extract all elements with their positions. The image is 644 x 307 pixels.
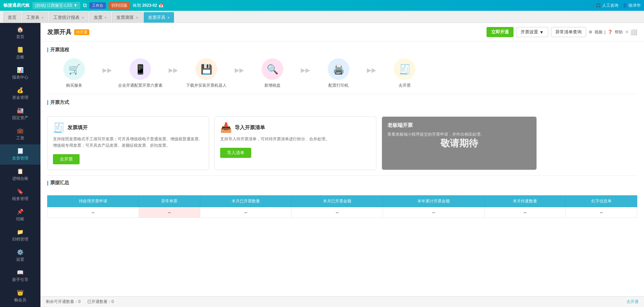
step-download-icon: 💾	[201, 64, 212, 75]
col-yearly-amount: 本年累计开票金额	[383, 196, 485, 207]
main-layout: 🏠 首页 📒 总账 📊 报表中心 💰 资金管理 🏭 固定资产 💼 工资 🧾 发票…	[0, 23, 644, 307]
close-invoice-issue-tab[interactable]: ×	[168, 16, 170, 20]
process-section: 开票流程 🛒 购买服务 ▶▶ 📱 企业开通配置开票六要素 ▶▶	[40, 41, 644, 94]
step-buy-icon: 🛒	[68, 64, 80, 75]
assets-icon: 🏭	[17, 107, 24, 114]
restore-window-icon[interactable]: ⬜	[631, 29, 637, 35]
val-monthly-amount: --	[291, 207, 383, 218]
sidebar-item-archive[interactable]: 📁 归档管理	[0, 225, 40, 246]
remaining-label: 剩余可开通数量：0	[46, 299, 81, 305]
tab-invoice-issue[interactable]: 发票开具 ×	[144, 12, 174, 23]
avatar-icon: 👤	[622, 3, 627, 8]
sidebar-item-invoice-mgmt[interactable]: 🧾 发票管理	[0, 144, 40, 165]
summary-header-row: 待处理开票申请 异常单票 本月已开票数量 本月已开票金额 本年累计开票金额 本月…	[48, 196, 637, 207]
immediate-open-button[interactable]: 立即开通	[487, 27, 514, 37]
consult-button[interactable]: 🎧 人工咨询	[596, 3, 618, 8]
step-open-invoice: 🧾 去开票	[378, 58, 432, 88]
method-section: 开票方式	[40, 94, 644, 116]
go-settings-link[interactable]: 去开通	[626, 299, 639, 305]
window-controls: × ⬜	[625, 29, 637, 35]
close-salary-tab[interactable]: ×	[41, 16, 43, 20]
close-invoice-calc-tab[interactable]: ×	[136, 16, 138, 20]
sidebar-item-settle[interactable]: 📌 结账	[0, 205, 40, 225]
val-pending: --	[48, 207, 139, 218]
invoice-methods: 🧾 发票填开 支持按照发票格式手工填写开发票；可开具增值税电子普通发票、增值税普…	[40, 116, 644, 175]
page-header: 发票开具 待开通 立即开通 开票设置 ▼ 异常清单查询 ⚙ 视频 | ❓ 帮助	[40, 23, 644, 41]
close-window-icon[interactable]: ×	[625, 29, 628, 35]
process-section-title: 开票流程	[47, 47, 637, 53]
manual-fill-icon: 🧾	[53, 122, 65, 133]
manual-fill-desc: 支持按照发票格式手工填写开发票；可开具增值税电子普通发票、增值税普通发票、增值税…	[53, 136, 203, 149]
step-arrow-4: ▶▶	[299, 66, 312, 74]
val-red-info: --	[566, 207, 637, 218]
sidebar-item-guide[interactable]: 📖 新手引导	[0, 266, 40, 286]
help-icon: ❓	[608, 30, 613, 34]
close-salary-report-tab[interactable]: ×	[82, 16, 84, 20]
sidebar-item-reports[interactable]: 📊 报表中心	[0, 63, 40, 84]
step-arrow-3: ▶▶	[233, 66, 245, 74]
sidebar-item-member[interactable]: 👑 畅会员	[0, 286, 40, 306]
step-arrow-2: ▶▶	[167, 66, 179, 74]
step-taxdisk-icon: 🔍	[267, 64, 279, 75]
opened-label: 已开通数量：0	[87, 299, 114, 305]
period-area: 账期 2023-02 📅	[133, 3, 164, 8]
abnormal-query-button[interactable]: 异常清单查询	[551, 27, 586, 37]
tab-salary-report[interactable]: 工资统计报表 ×	[49, 12, 88, 23]
sidebar-item-tax[interactable]: 🔖 税务管理	[0, 185, 40, 205]
bottom-bar: 剩余可开通数量：0 已开通数量：0 去开通	[40, 296, 644, 307]
page-title-area: 发票开具 待开通	[47, 28, 89, 36]
settle-icon: 📌	[17, 208, 24, 215]
calendar-icon[interactable]: 📅	[158, 3, 164, 8]
workbench-button[interactable]: 工作台	[89, 2, 106, 9]
user-avatar[interactable]: 👤 徐泽华	[622, 3, 641, 8]
nav-tabs: 首页 工资表 × 工资统计报表 × 发票 × 发票测算 × 发票开具 ×	[0, 11, 644, 23]
step-open-icon: 🧾	[399, 64, 411, 75]
coming-soon-label: 敬请期待	[440, 137, 478, 150]
tab-invoice[interactable]: 发票 ×	[89, 12, 111, 23]
switch-old-button[interactable]: 切到旧版	[109, 2, 130, 9]
manual-fill-button[interactable]: 去开票	[53, 154, 80, 164]
col-pending: 待处理开票申请	[48, 196, 139, 207]
member-icon: 👑	[17, 289, 24, 296]
top-bar: 畅捷通易代账 (勿动) 江西服宝-LSS ▼ ⧉ 工作台 切到旧版 账期 202…	[0, 0, 644, 11]
step-buy-label: 购买服务	[66, 83, 82, 88]
sidebar-item-settings[interactable]: ⚙️ 设置	[0, 246, 40, 266]
sidebar-item-payroll[interactable]: 💼 工资	[0, 124, 40, 144]
company-selector[interactable]: (勿动) 江西服宝-LSS ▼	[32, 2, 80, 9]
step-taxdisk-icon-wrap: 🔍	[262, 58, 283, 80]
top-bar-left: 畅捷通易代账 (勿动) 江西服宝-LSS ▼ ⧉ 工作台 切到旧版 账期 202…	[3, 2, 164, 9]
col-abnormal: 异常单票	[139, 196, 200, 207]
sidebar-item-ledger[interactable]: 📒 总账	[0, 43, 40, 63]
chevron-down-icon: ▼	[539, 30, 544, 35]
summary-title: 票据汇总	[47, 176, 637, 190]
val-abnormal: --	[139, 207, 200, 218]
tab-salary[interactable]: 工资表 ×	[22, 12, 48, 23]
home-icon: 🏠	[17, 26, 24, 33]
val-void-qty: --	[485, 207, 566, 218]
step-configure-icon: 📱	[135, 64, 146, 75]
import-list-card: 📥 导入开票清单 支持导入待开票清单，可对待开票清单进行拆分、合并处理。 导入清…	[214, 116, 376, 170]
open-settings-button[interactable]: 开票设置 ▼	[516, 27, 548, 37]
manual-fill-title: 🧾 发票填开	[53, 122, 203, 133]
method-section-title: 开票方式	[47, 100, 637, 106]
step-arrow-5: ▶▶	[365, 66, 378, 74]
page-title: 发票开具	[47, 28, 71, 36]
process-steps: 🛒 购买服务 ▶▶ 📱 企业开通配置开票六要素 ▶▶ 💾 下载并安装	[47, 58, 637, 88]
tab-home[interactable]: 首页	[3, 12, 21, 23]
tab-invoice-calc[interactable]: 发票测算 ×	[112, 12, 142, 23]
tax-icon: 🔖	[17, 188, 24, 195]
content-spacer	[40, 223, 644, 296]
summary-section: 票据汇总 待处理开票申请 异常单票 本月已开票数量 本月已开票金额 本年累计开票…	[40, 176, 644, 223]
close-invoice-tab[interactable]: ×	[105, 16, 107, 20]
step-configure-printer: 🖨️ 配置打印机	[312, 58, 365, 88]
copy-icon[interactable]: ⧉	[83, 2, 87, 8]
import-list-button[interactable]: 导入清单	[220, 148, 251, 158]
sidebar-item-purchase-ledger[interactable]: 📋 进销台账	[0, 165, 40, 185]
sidebar-item-home[interactable]: 🏠 首页	[0, 23, 40, 43]
sidebar-item-assets[interactable]: 🏭 固定资产	[0, 104, 40, 124]
logo: 畅捷通易代账	[3, 2, 30, 8]
top-bar-right: 🎧 人工咨询 👤 徐泽华	[596, 3, 641, 8]
sidebar-item-funds[interactable]: 💰 资金管理	[0, 84, 40, 104]
val-yearly-amount: --	[383, 207, 485, 218]
step-open-label: 去开票	[399, 83, 411, 88]
